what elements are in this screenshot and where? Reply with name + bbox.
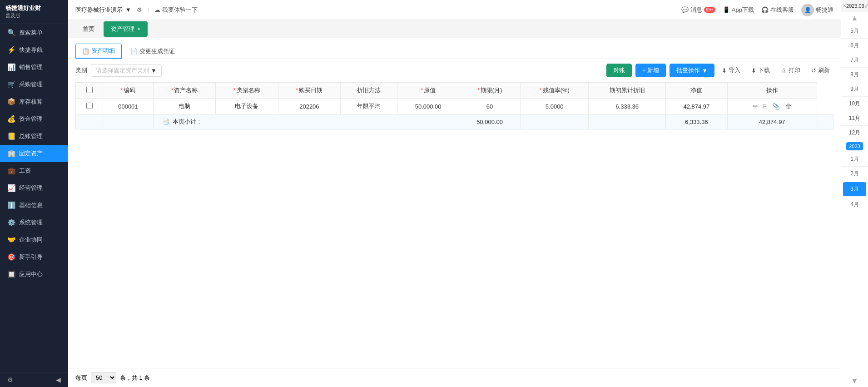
new-button[interactable]: + 新增	[635, 64, 666, 77]
import-button[interactable]: ⬇ 导入	[718, 64, 744, 77]
sidebar-label-operation: 经营管理	[19, 184, 43, 192]
app-download-label: App下载	[732, 6, 754, 14]
sidebar-item-purchase[interactable]: 🛒 采购管理	[0, 76, 68, 93]
sidebar-item-quick-nav[interactable]: ⚡ 快捷导航	[0, 41, 68, 59]
message-button[interactable]: 💬 消息 99+	[681, 6, 715, 14]
right-panel-header: × 2023.03 ⤢	[841, 0, 868, 12]
cal-month-9[interactable]: 9月	[841, 82, 868, 97]
select-all-checkbox[interactable]	[86, 87, 93, 93]
sidebar-item-inventory[interactable]: 📦 库存核算	[0, 93, 68, 110]
online-service-button[interactable]: 🎧 在线客服	[761, 6, 794, 14]
sidebar-item-operation[interactable]: 📈 经营管理	[0, 179, 68, 197]
subtotal-net-value: 42,874.97	[727, 114, 817, 129]
import-icon: ⬇	[722, 67, 727, 74]
cal-month-1[interactable]: 1月	[841, 152, 868, 167]
sub-tab-change-voucher[interactable]: 📄 变更生成凭证	[124, 44, 182, 59]
cal-month-12[interactable]: 12月	[841, 126, 868, 140]
row-code: 000001	[103, 99, 154, 114]
app-download-button[interactable]: 📱 App下载	[723, 6, 754, 14]
calendar-list: 5月 6月 7月 8月 9月 10月 11月 12月 2023 1月 2月 3月…	[841, 24, 868, 375]
calendar-scroll-up[interactable]: ▲	[841, 12, 868, 24]
download-button[interactable]: ⬇ 下载	[748, 64, 774, 77]
copy-button[interactable]: ⎘	[761, 102, 769, 111]
sidebar-label-app-center: 应用中心	[19, 270, 43, 278]
sidebar-item-system[interactable]: ⚙️ 系统管理	[0, 214, 68, 231]
sidebar-item-basic-info[interactable]: ℹ️ 基础信息	[0, 197, 68, 214]
sidebar-nav: 🔍 搜索菜单 ⚡ 快捷导航 📊 销售管理 🛒 采购管理 📦 库存核算 💰 资金管…	[0, 24, 68, 372]
cal-month-4[interactable]: 4月	[841, 198, 868, 212]
cal-month-11[interactable]: 11月	[841, 111, 868, 126]
message-label: 消息	[690, 6, 702, 14]
sidebar-label-search: 搜索菜单	[19, 29, 43, 37]
cal-month-2[interactable]: 2月	[841, 167, 868, 181]
sidebar-item-search[interactable]: 🔍 搜索菜单	[0, 24, 68, 41]
asset-detail-icon: 📋	[82, 48, 89, 55]
app-center-icon: 🔲	[7, 270, 15, 278]
sidebar-item-ledger[interactable]: 📒 总账管理	[0, 128, 68, 145]
sidebar-item-guide[interactable]: 🎯 新手引导	[0, 248, 68, 266]
tab-home[interactable]: 首页	[75, 21, 102, 37]
operation-icon: 📈	[7, 184, 15, 192]
row-select-checkbox[interactable]	[86, 103, 93, 109]
batch-arrow-icon: ▼	[702, 67, 708, 74]
download-label: 下载	[758, 66, 770, 74]
sidebar-label-fixed-assets: 固定资产	[19, 149, 43, 158]
ledger-icon: 📒	[7, 132, 15, 140]
edit-button[interactable]: ✏	[751, 102, 760, 111]
right-panel-expand-button[interactable]: ⤢	[864, 3, 868, 9]
th-category: *类别名称	[216, 83, 278, 99]
sidebar-item-app-center[interactable]: 🔲 应用中心	[0, 266, 68, 283]
company-selector[interactable]: 医疗器械行业演示 ▼	[75, 6, 131, 14]
avatar-img: 👤	[801, 4, 814, 16]
move-button[interactable]: 📎	[770, 102, 782, 111]
row-purchase-date: 202206	[278, 99, 340, 114]
user-avatar[interactable]: 👤 畅捷通	[801, 4, 833, 16]
sidebar-label-ledger: 总账管理	[19, 132, 43, 140]
change-voucher-icon: 📄	[130, 48, 138, 55]
cal-month-7[interactable]: 7月	[841, 53, 868, 68]
toolbar: 类别 请选择固定资产类别 ▼ 对账 + 新增 批量操作 ▼ ⬇	[68, 59, 841, 82]
row-checkbox[interactable]	[76, 99, 103, 114]
delete-button[interactable]: 🗑	[784, 102, 794, 111]
sidebar-item-salary[interactable]: 💼 工资	[0, 162, 68, 179]
calendar-scroll-down[interactable]: ▼	[841, 375, 868, 387]
print-icon: 🖨	[781, 67, 787, 74]
basic-info-icon: ℹ️	[7, 201, 15, 209]
collapse-icon[interactable]: ◀	[56, 376, 61, 383]
try-feature[interactable]: ☁ 我要体验一下	[154, 6, 198, 14]
tab-close-icon[interactable]: ×	[137, 26, 140, 32]
per-page-label: 每页	[75, 374, 87, 382]
sidebar-item-fixed-assets[interactable]: 🏢 固定资产	[0, 145, 68, 162]
category-filter[interactable]: 请选择固定资产类别 ▼	[91, 64, 162, 77]
sidebar-item-sales[interactable]: 📊 销售管理	[0, 59, 68, 76]
table-header-row: *编码 *资产名称 *类别名称 *购买日期 折旧方法 *原值 *期限(月) *残…	[76, 83, 833, 99]
cal-month-3[interactable]: 3月	[843, 182, 866, 197]
settings-icon[interactable]: ⚙	[7, 376, 13, 383]
batch-ops-button[interactable]: 批量操作 ▼	[670, 64, 714, 77]
settings-gear-icon[interactable]: ⚙	[137, 6, 142, 13]
app-title: 畅捷通好业财	[5, 5, 63, 12]
reconcile-button[interactable]: 对账	[606, 64, 632, 77]
per-page-select[interactable]: 50 10 20 100	[91, 372, 116, 383]
cal-month-10[interactable]: 10月	[841, 97, 868, 111]
right-panel-close-button[interactable]: ×	[843, 3, 846, 9]
right-panel-year: 2023.03	[846, 3, 864, 9]
subtotal-label: 📑 本页小计：	[153, 114, 459, 129]
sidebar-item-funds[interactable]: 💰 资金管理	[0, 110, 68, 128]
cal-month-8[interactable]: 8月	[841, 68, 868, 82]
purchase-icon: 🛒	[7, 80, 15, 89]
tab-asset-mgmt[interactable]: 资产管理 ×	[104, 21, 148, 37]
cal-month-6[interactable]: 6月	[841, 39, 868, 53]
user-name: 畅捷通	[816, 6, 833, 14]
sub-tab-asset-detail[interactable]: 📋 资产明细	[75, 44, 122, 59]
print-button[interactable]: 🖨 打印	[777, 64, 804, 77]
th-net-value: 净值	[666, 83, 727, 99]
sidebar-item-enterprise[interactable]: 🤝 企业协同	[0, 231, 68, 248]
sub-tab-asset-detail-label: 资产明细	[91, 47, 115, 55]
app-subtitle: 普及版	[5, 12, 63, 19]
cal-month-5[interactable]: 5月	[841, 24, 868, 39]
refresh-button[interactable]: ↺ 刷新	[808, 64, 833, 77]
pagination: 每页 50 10 20 100 条，共 1 条	[68, 368, 841, 387]
sub-tab-change-voucher-label: 变更生成凭证	[139, 47, 175, 55]
table-row: 000001 电脑 电子设备 202206 年限平均 50,000.00 60 …	[76, 99, 833, 114]
